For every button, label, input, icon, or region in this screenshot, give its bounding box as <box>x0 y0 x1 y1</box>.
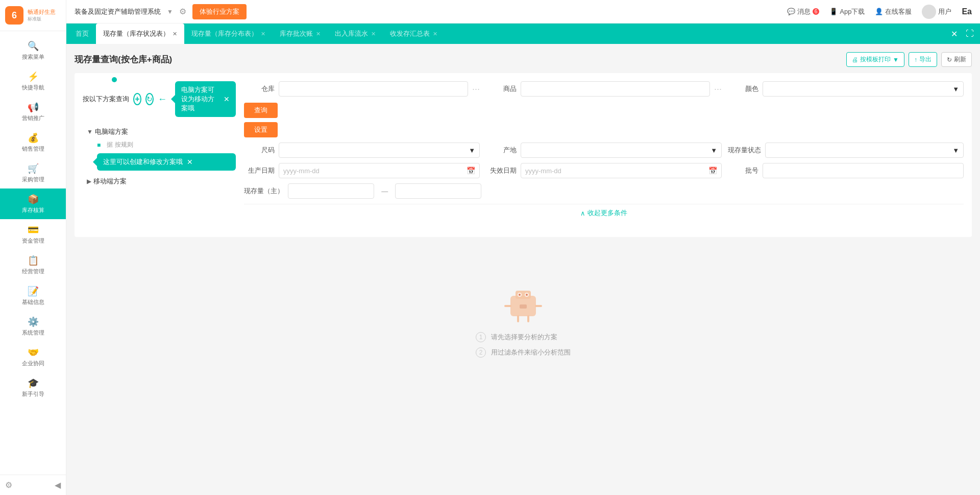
tooltip-scheme-close[interactable]: ✕ <box>224 95 230 103</box>
export-button[interactable]: ↑ 导出 <box>909 52 937 67</box>
message-label: 消息 <box>797 7 811 16</box>
sidebar-item-marketing[interactable]: 📢 营销推广 <box>0 97 66 127</box>
batch-input[interactable] <box>763 163 964 178</box>
header: 装备及固定资产辅助管理系统 ▼ ⚙ 体验行业方案 💬 消息 6 📱 App下载 … <box>66 0 980 23</box>
origin-input[interactable]: ▼ <box>521 143 722 158</box>
message-action[interactable]: 💬 消息 6 <box>787 7 820 16</box>
tab-inventory-dist-close[interactable]: ✕ <box>261 31 265 37</box>
origin-label: 产地 <box>486 146 517 155</box>
sidebar-item-purchase[interactable]: 🛒 采购管理 <box>0 158 66 188</box>
enterprise-icon: 🤝 <box>28 347 39 358</box>
expire-date-label: 失效日期 <box>486 166 517 175</box>
sidebar-item-operations[interactable]: 📋 经营管理 <box>0 250 66 280</box>
sidebar-item-enterprise[interactable]: 🤝 企业协同 <box>0 342 66 372</box>
batch-field: 批号 <box>728 163 964 178</box>
tooltip-create-close[interactable]: ✕ <box>187 158 193 166</box>
tab-inventory-status[interactable]: 现存量（库存状况表） ✕ <box>96 23 184 44</box>
sidebar-label-system: 系统管理 <box>22 329 44 337</box>
tab-batch-account[interactable]: 库存批次账 ✕ <box>273 23 328 44</box>
trial-button[interactable]: 体验行业方案 <box>192 4 247 19</box>
guide-icon: 🎓 <box>28 378 39 389</box>
sidebar-item-quick[interactable]: ⚡ 快捷导航 <box>0 66 66 97</box>
stock-main-from-input[interactable] <box>288 183 374 199</box>
product-input[interactable] <box>521 81 710 97</box>
search-icon: 🔍 <box>28 40 39 52</box>
stock-main-to-input[interactable] <box>395 183 481 199</box>
sidebar-label-marketing: 营销推广 <box>22 114 44 122</box>
online-service-action[interactable]: 👤 在线客服 <box>875 7 912 16</box>
sidebar-label-quick: 快捷导航 <box>22 84 44 91</box>
origin-field: 产地 ▼ <box>486 143 722 158</box>
sidebar-item-system[interactable]: ⚙️ 系统管理 <box>0 311 66 342</box>
tabs-bar: 首页 现存量（库存状况表） ✕ 现存量（库存分布表） ✕ 库存批次账 ✕ 出入库… <box>66 23 980 44</box>
sidebar-item-finance[interactable]: 💳 资金管理 <box>0 219 66 250</box>
add-scheme-button[interactable]: + <box>133 93 141 105</box>
online-service-icon: 👤 <box>875 8 883 15</box>
mobile-expand-arrow-icon: ▶ <box>87 178 91 185</box>
color-input[interactable]: ▼ <box>763 81 964 97</box>
step-1-text: 请先选择要分析的方案 <box>491 333 557 342</box>
scheme-tooltip: 电脑方案可设为移动方案哦 ✕ <box>175 81 236 117</box>
empty-state: 1 请先选择要分析的方案 2 用过滤条件来缩小分析范围 <box>75 237 972 398</box>
template-print-button[interactable]: 🖨 按模板打印 ▼ <box>846 52 904 67</box>
back-arrow-button[interactable]: ← <box>158 94 167 105</box>
product-dots[interactable]: ··· <box>714 84 722 95</box>
system-icon: ⚙️ <box>28 316 39 327</box>
sidebar-label-basic: 基础信息 <box>22 298 44 306</box>
operations-icon: 📋 <box>28 255 39 266</box>
tab-in-out-flow-close[interactable]: ✕ <box>371 31 376 37</box>
tooltip-scheme-text: 电脑方案可设为移动方案哦 <box>181 85 219 113</box>
scheme-node-active[interactable]: ■ 据 按规则 <box>93 138 236 151</box>
sidebar-label-inventory: 库存核算 <box>22 206 44 214</box>
tab-inventory-dist[interactable]: 现存量（库存分布表） ✕ <box>184 23 273 44</box>
tab-receive-summary-close[interactable]: ✕ <box>433 31 437 37</box>
warehouse-dots[interactable]: ··· <box>472 84 480 95</box>
product-field: 商品 ··· <box>486 81 722 97</box>
user-avatar <box>922 5 936 19</box>
user-action[interactable]: 用户 <box>922 5 951 19</box>
sidebar-item-guide[interactable]: 🎓 新手引导 <box>0 372 66 403</box>
sidebar-item-sales[interactable]: 💰 销售管理 <box>0 127 66 158</box>
product-label: 商品 <box>486 84 517 93</box>
reset-button[interactable]: 设置 <box>244 122 278 137</box>
refresh-button[interactable]: ↻ 刷新 <box>941 52 972 67</box>
sidebar-item-inventory[interactable]: 📦 库存核算 <box>0 188 66 219</box>
message-badge: 6 <box>813 8 820 15</box>
expire-date-calendar-icon: 📅 <box>708 167 717 175</box>
step-2-number: 2 <box>476 347 486 358</box>
sidebar-item-basic[interactable]: 📝 基础信息 <box>0 280 66 311</box>
header-gear-icon[interactable]: ⚙ <box>179 7 186 16</box>
prod-date-input[interactable]: yyyy-mm-dd 📅 <box>279 163 480 178</box>
refresh-scheme-button[interactable]: ↻ <box>145 93 154 105</box>
tab-inventory-status-close[interactable]: ✕ <box>173 31 177 37</box>
empty-step-1: 1 请先选择要分析的方案 <box>476 332 571 342</box>
sidebar-label-purchase: 采购管理 <box>22 176 44 183</box>
tab-in-out-flow[interactable]: 出入库流水 ✕ <box>328 23 383 44</box>
sidebar-item-search[interactable]: 🔍 搜索菜单 <box>0 35 66 66</box>
collapse-sidebar-icon[interactable]: ◀ <box>55 480 61 490</box>
app-download-action[interactable]: 📱 App下载 <box>829 7 865 16</box>
size-label: 尺码 <box>244 146 275 155</box>
scheme-tree: ▼ 电脑端方案 ■ 据 按规则 这里可以创建和修改方案哦 ✕ <box>83 123 236 190</box>
tab-home[interactable]: 首页 <box>68 23 96 44</box>
message-icon: 💬 <box>787 8 795 15</box>
tab-batch-account-close[interactable]: ✕ <box>316 31 321 37</box>
warehouse-input[interactable] <box>279 81 468 97</box>
close-all-tabs-icon[interactable]: ✕ <box>947 27 962 41</box>
search-button[interactable]: 查询 <box>244 103 278 118</box>
prod-date-field: 生产日期 yyyy-mm-dd 📅 <box>244 163 480 178</box>
stock-status-field: 现存量状态 ▼ <box>728 143 964 158</box>
maximize-icon[interactable]: ⛶ <box>962 27 978 40</box>
expire-date-input[interactable]: yyyy-mm-dd 📅 <box>521 163 722 178</box>
export-icon: ↑ <box>914 56 917 63</box>
refresh-icon: ↻ <box>947 56 952 63</box>
prod-date-label: 生产日期 <box>244 166 275 175</box>
marketing-icon: 📢 <box>28 102 39 113</box>
stock-status-input[interactable]: ▼ <box>765 143 964 158</box>
system-dropdown-icon[interactable]: ▼ <box>167 8 173 15</box>
tab-receive-summary[interactable]: 收发存汇总表 ✕ <box>383 23 445 44</box>
size-input[interactable]: ▼ <box>279 143 480 158</box>
collapse-button[interactable]: ∧ 收起更多条件 <box>580 208 627 218</box>
app-name: 畅通好生意 <box>28 8 56 15</box>
settings-icon[interactable]: ⚙ <box>5 480 12 490</box>
